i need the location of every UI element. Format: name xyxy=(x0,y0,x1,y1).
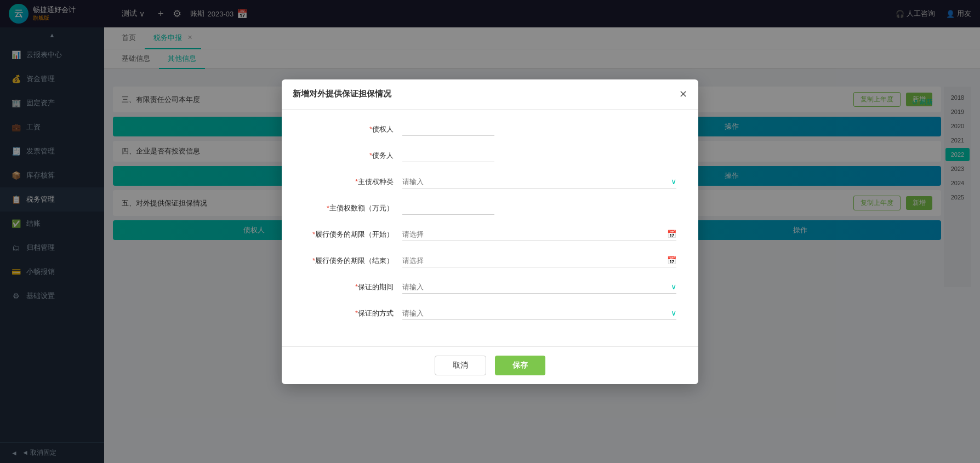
chevron-down-icon-claim-type[interactable]: ∨ xyxy=(671,177,676,186)
form-label-period-start: *履行债务的期限（开始） xyxy=(304,230,402,239)
date-wrapper-period-start: 📅 xyxy=(402,228,676,241)
calendar-icon-period-end[interactable]: 📅 xyxy=(667,256,676,265)
save-button[interactable]: 保存 xyxy=(495,356,545,375)
dialog-footer: 取消 保存 xyxy=(282,346,698,384)
dialog-close-btn[interactable]: ✕ xyxy=(679,88,687,100)
select-wrapper-claim-type: ∨ xyxy=(402,175,676,188)
select-input-claim-type[interactable] xyxy=(402,175,671,188)
calendar-icon-period-start[interactable]: 📅 xyxy=(667,230,676,238)
form-label-claim-type: *主债权种类 xyxy=(304,177,402,187)
form-label-debtor: *债务人 xyxy=(304,151,402,161)
form-row-claim-type: *主债权种类 ∨ xyxy=(304,175,676,188)
input-creditor[interactable] xyxy=(402,123,494,136)
form-row-guarantee-method: *保证的方式 ∨ xyxy=(304,307,676,320)
input-debtor[interactable] xyxy=(402,149,494,162)
form-label-creditor: *债权人 xyxy=(304,124,402,134)
dialog-body: *债权人*债务人*主债权种类 ∨ *主债权数额（万元）*履行债务的期限（开始） … xyxy=(282,110,698,346)
select-input-guarantee-period[interactable] xyxy=(402,281,671,293)
dialog-header: 新增对外提供保证担保情况 ✕ xyxy=(282,79,698,110)
form-label-claim-amount: *主债权数额（万元） xyxy=(304,203,402,213)
form-row-period-start: *履行债务的期限（开始） 📅 xyxy=(304,228,676,241)
chevron-down-icon-guarantee-period[interactable]: ∨ xyxy=(671,282,676,291)
form-label-guarantee-period: *保证的期间 xyxy=(304,282,402,292)
form-label-guarantee-method: *保证的方式 xyxy=(304,308,402,318)
form-row-debtor: *债务人 xyxy=(304,149,676,162)
dialog-overlay[interactable]: 新增对外提供保证担保情况 ✕ *债权人*债务人*主债权种类 ∨ *主债权数额（万… xyxy=(0,0,980,463)
select-input-guarantee-method[interactable] xyxy=(402,307,671,319)
form-label-period-end: *履行债务的期限（结束） xyxy=(304,256,402,266)
form-row-period-end: *履行债务的期限（结束） 📅 xyxy=(304,254,676,267)
form-row-creditor: *债权人 xyxy=(304,123,676,136)
date-input-period-start[interactable] xyxy=(402,228,667,241)
dialog: 新增对外提供保证担保情况 ✕ *债权人*债务人*主债权种类 ∨ *主债权数额（万… xyxy=(282,79,698,384)
select-wrapper-guarantee-method: ∨ xyxy=(402,307,676,320)
input-claim-amount[interactable] xyxy=(402,202,494,215)
form-row-claim-amount: *主债权数额（万元） xyxy=(304,202,676,215)
chevron-down-icon-guarantee-method[interactable]: ∨ xyxy=(671,308,676,317)
date-input-period-end[interactable] xyxy=(402,254,667,267)
select-wrapper-guarantee-period: ∨ xyxy=(402,281,676,294)
cancel-button[interactable]: 取消 xyxy=(435,356,486,375)
form-row-guarantee-period: *保证的期间 ∨ xyxy=(304,281,676,294)
dialog-title: 新增对外提供保证担保情况 xyxy=(293,89,391,99)
date-wrapper-period-end: 📅 xyxy=(402,254,676,267)
